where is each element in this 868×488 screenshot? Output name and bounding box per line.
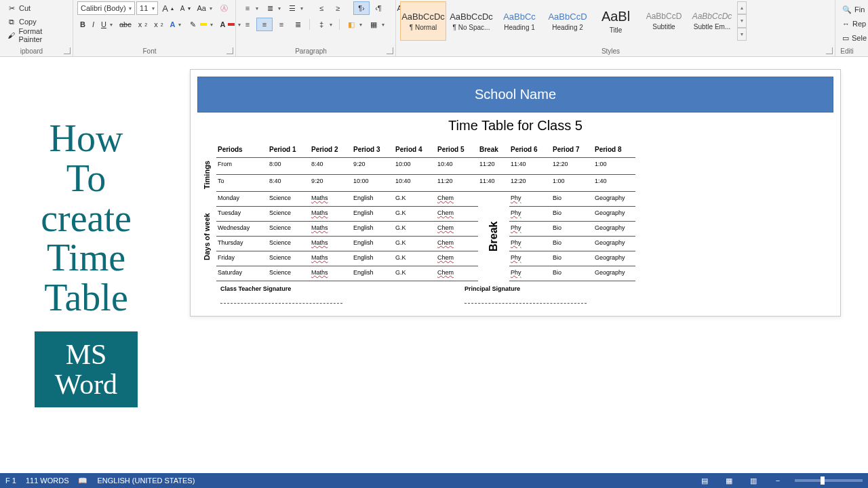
line-spacing-icon: ‡ <box>317 20 326 29</box>
bullets-button[interactable]: ≡▾ <box>240 1 261 15</box>
copy-button[interactable]: ⧉Copy <box>4 15 68 28</box>
group-font: Calibri (Body)▾ 11▾ A▴ A▾ Aa▾ Ⓐ B I U▾ a… <box>73 0 236 56</box>
copy-icon: ⧉ <box>7 17 16 26</box>
align-right-icon: ≡ <box>277 20 286 29</box>
format-painter-button[interactable]: 🖌Format Painter <box>4 28 68 42</box>
style-no-spacing[interactable]: AaBbCcDc¶ No Spac... <box>448 1 494 41</box>
style-subtle-em[interactable]: AaBbCcDcSubtle Em... <box>689 1 735 41</box>
borders-icon: ▦ <box>369 20 378 29</box>
signature-row: Class Teacher Signature Principal Signat… <box>197 281 833 304</box>
status-lang[interactable]: ENGLISH (UNITED STATES) <box>97 476 195 485</box>
paragraph-dialog-launcher[interactable] <box>387 47 393 54</box>
ltr-button[interactable]: ¶› <box>353 1 370 15</box>
font-size-value: 11 <box>140 4 148 12</box>
document-canvas[interactable]: School Name Time Table for Class 5 Perio… <box>172 57 868 469</box>
cut-icon: ✂ <box>7 3 16 13</box>
italic-button[interactable]: I <box>90 18 97 31</box>
indent-button[interactable]: ≥ <box>330 1 345 15</box>
line-spacing-button[interactable]: ‡▾ <box>314 18 335 31</box>
numbering-icon: ≣ <box>265 3 275 13</box>
cut-button[interactable]: ✂Cut <box>4 1 68 15</box>
format-painter-label: Format Painter <box>18 27 66 43</box>
doc-banner: School Name <box>197 77 833 113</box>
styles-gallery[interactable]: AaBbCcDc¶ Normal AaBbCcDc¶ No Spac... Aa… <box>400 1 831 50</box>
rtl-button[interactable]: ‹¶ <box>371 1 386 15</box>
borders-button[interactable]: ▦▾ <box>366 18 387 31</box>
eraser-icon: Ⓐ <box>219 3 229 13</box>
align-left-button[interactable]: ≡ <box>240 18 255 31</box>
align-center-button[interactable]: ≡ <box>256 18 273 31</box>
chevron-down-icon: ▾ <box>152 5 155 12</box>
status-bar: F 1 111 WORDS 📖 ENGLISH (UNITED STATES) … <box>0 473 868 488</box>
multilevel-icon: ☰ <box>288 3 297 13</box>
group-paragraph: ≡▾ ≣▾ ☰▾ ≤ ≥ ¶› ‹¶ A↓ ¶ ≡ ≡ ≡ ≣ ‡▾ ◧▾ ▦▾… <box>236 0 396 56</box>
clear-format-button[interactable]: Ⓐ <box>216 1 231 15</box>
brush-icon: 🖌 <box>7 30 16 40</box>
zoom-slider[interactable] <box>795 479 863 482</box>
zoom-out-button[interactable]: − <box>770 475 785 486</box>
align-center-icon: ≡ <box>260 20 269 29</box>
justify-icon: ≣ <box>293 20 302 29</box>
sig-teacher-label: Class Teacher Signature <box>220 285 342 292</box>
grow-font-button[interactable]: A▴ <box>159 1 176 15</box>
multilevel-button[interactable]: ☰▾ <box>285 1 306 15</box>
styles-dialog-launcher[interactable] <box>826 47 833 54</box>
status-proof-icon[interactable]: 📖 <box>78 476 87 485</box>
font-name-combo[interactable]: Calibri (Body)▾ <box>77 1 135 15</box>
cut-label: Cut <box>19 4 31 12</box>
change-case-button[interactable]: Aa▾ <box>195 1 215 15</box>
bullets-icon: ≡ <box>243 3 252 13</box>
style-title[interactable]: AaBlTitle <box>593 1 639 41</box>
strike-button[interactable]: abc <box>117 18 134 31</box>
page: School Name Time Table for Class 5 Perio… <box>190 69 841 317</box>
style-normal[interactable]: AaBbCcDc¶ Normal <box>400 1 446 41</box>
rtl-icon: ‹¶ <box>374 3 383 13</box>
align-left-icon: ≡ <box>243 20 252 29</box>
group-label-paragraph: Paragraph <box>236 47 386 55</box>
font-name-value: Calibri (Body) <box>81 4 126 12</box>
timetable-grid: PeriodsPeriod 1Period 2Period 3Period 4P… <box>197 143 833 281</box>
bucket-icon: ◧ <box>347 20 356 29</box>
sig-principal-line <box>465 294 587 304</box>
select-button[interactable]: ▭Sele <box>840 31 864 45</box>
find-button[interactable]: 🔍Fin <box>840 3 864 16</box>
shading-button[interactable]: ◧▾ <box>344 18 365 31</box>
bold-button[interactable]: B <box>77 18 88 31</box>
view-web-button[interactable]: ▥ <box>746 475 761 486</box>
view-print-button[interactable]: ▦ <box>722 475 736 486</box>
shrink-font-button[interactable]: A▾ <box>178 1 193 15</box>
find-icon: 🔍 <box>842 5 852 14</box>
chevron-down-icon: ▾ <box>129 5 132 12</box>
status-words[interactable]: 111 WORDS <box>26 476 69 485</box>
group-label-font: Font <box>73 47 226 55</box>
group-label-styles: Styles <box>396 47 825 55</box>
view-read-button[interactable]: ▤ <box>697 475 712 486</box>
overlay-badge: MSWord <box>35 331 138 407</box>
underline-button[interactable]: U▾ <box>98 18 115 31</box>
style-subtitle[interactable]: AaBbCcDSubtitle <box>641 1 687 41</box>
style-heading2[interactable]: AaBbCcDHeading 2 <box>545 1 591 41</box>
text-effects-button[interactable]: A▾ <box>167 18 184 31</box>
outdent-button[interactable]: ≤ <box>314 1 329 15</box>
superscript-button[interactable]: x2 <box>151 18 165 31</box>
overlay-title: How To create Time Table <box>41 119 132 318</box>
justify-button[interactable]: ≣ <box>290 18 305 31</box>
status-page[interactable]: F 1 <box>5 476 16 485</box>
group-styles: AaBbCcDc¶ Normal AaBbCcDc¶ No Spac... Aa… <box>396 0 835 56</box>
highlight-icon: ✎ <box>188 20 197 29</box>
subscript-button[interactable]: x2 <box>136 18 150 31</box>
indent-icon: ≥ <box>333 3 342 13</box>
replace-button[interactable]: ↔Rep <box>840 17 864 30</box>
style-heading1[interactable]: AaBbCcHeading 1 <box>496 1 542 41</box>
align-right-button[interactable]: ≡ <box>274 18 289 31</box>
group-label-clipboard: ipboard <box>0 47 63 55</box>
copy-label: Copy <box>19 18 37 26</box>
highlight-button[interactable]: ✎▾ <box>185 18 216 31</box>
outdent-icon: ≤ <box>317 3 326 13</box>
group-clipboard: ✂Cut ⧉Copy 🖌Format Painter ipboard <box>0 0 73 56</box>
font-size-combo[interactable]: 11▾ <box>136 1 158 15</box>
numbering-button[interactable]: ≣▾ <box>262 1 283 15</box>
font-dialog-launcher[interactable] <box>226 47 233 54</box>
clipboard-dialog-launcher[interactable] <box>64 47 71 54</box>
styles-scroll[interactable]: ▴▾▾ <box>737 1 747 41</box>
